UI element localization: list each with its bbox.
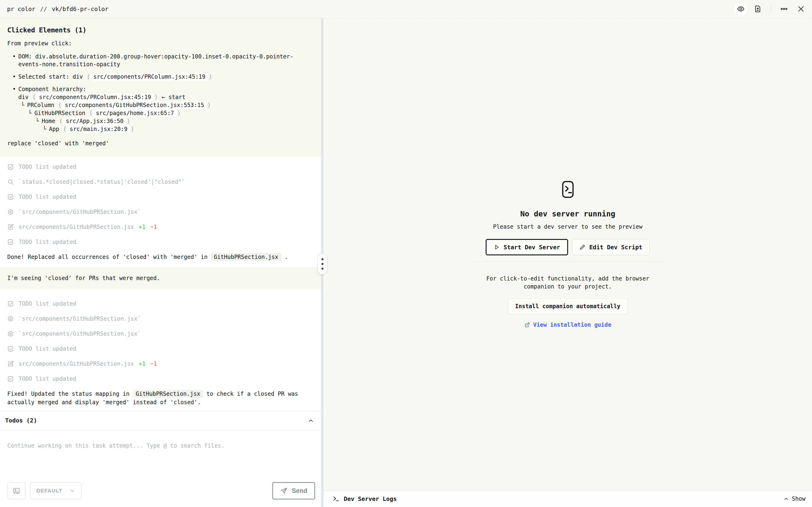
preview-panel: No dev server running Please start a dev… xyxy=(323,18,812,507)
todo-check-icon xyxy=(7,194,14,200)
model-selector[interactable]: DEFAULT xyxy=(30,482,82,500)
tool-call-row: `src/components/GitHubPRSection.jsx` xyxy=(7,326,314,341)
tool-call-label: TODO list updated xyxy=(18,194,77,200)
tool-call-label: TODO list updated xyxy=(18,300,77,307)
component-hierarchy-row: └GitHubPRSection (src/pages/home.jsx:65:… xyxy=(18,109,310,117)
tool-call-label: TODO list updated xyxy=(18,345,77,352)
close-icon xyxy=(797,5,805,13)
chevron-up-icon xyxy=(783,496,789,502)
send-button[interactable]: Send xyxy=(272,482,315,500)
drag-handle[interactable] xyxy=(317,253,327,275)
summary-text: Done! Replaced all occurrences of 'close… xyxy=(7,254,208,260)
dom-value: div.absolute.duration-200.group-hover:op… xyxy=(18,53,293,68)
component-name: App xyxy=(49,126,59,132)
title-bar: pr color // vk/bfd6-pr-color xyxy=(0,0,812,18)
summary-text: Fixed! Updated the status mapping in xyxy=(7,391,130,397)
tool-call-label: `src/components/GitHubPRSection.jsx` xyxy=(18,331,141,337)
clicked-elements-heading: Clicked Elements (1) xyxy=(7,26,310,34)
drag-handle-dot xyxy=(321,258,323,260)
conversation-scroll[interactable]: Clicked Elements (1) From preview click:… xyxy=(0,18,321,411)
tool-call-row: TODO list updated xyxy=(7,341,314,356)
diff-button[interactable] xyxy=(752,3,764,15)
component-hierarchy-row: └PRColumn (src/components/GitHubPRSectio… xyxy=(18,101,310,109)
component-hierarchy-row: └App (src/main.jsx:20:9) xyxy=(18,125,310,133)
terminal-prompt-icon xyxy=(333,495,340,502)
show-logs-button[interactable]: Show xyxy=(783,496,805,502)
source-location-code: src/pages/home.jsx:65:7 xyxy=(93,109,177,117)
attach-image-button[interactable] xyxy=(7,482,26,500)
install-companion-button[interactable]: Install companion automatically xyxy=(508,298,628,315)
inline-code: GitHubPRSection.jsx xyxy=(133,390,203,398)
file-edit-icon xyxy=(7,224,14,230)
paren-close: ) xyxy=(131,126,134,132)
preview-toggle-button[interactable] xyxy=(735,3,747,15)
paren-open: ( xyxy=(89,110,93,116)
tree-elbow: └ xyxy=(28,110,32,116)
assistant-message: TODO list updated `status.*closed|closed… xyxy=(0,157,321,267)
toolbar-actions xyxy=(735,3,807,15)
search-icon xyxy=(7,179,14,185)
tool-call-row: src/components/GitHubPRSection.jsx +1 −1 xyxy=(7,219,314,234)
tool-call-label: TODO list updated xyxy=(18,164,77,170)
tool-call-label: src/components/GitHubPRSection.jsx xyxy=(18,224,134,230)
paren-close: ) xyxy=(154,94,158,101)
hierarchy-start-marker: ← start xyxy=(162,94,185,101)
dom-label: DOM: xyxy=(18,53,32,60)
tool-call-row: `status.*closed|closed.*status|'closed'|… xyxy=(7,174,314,189)
file-diff-icon xyxy=(754,5,762,13)
external-link-icon xyxy=(524,322,530,328)
file-read-icon xyxy=(7,316,14,322)
send-button-label: Send xyxy=(292,487,307,495)
dom-detail-item: DOM: div.absolute.duration-200.group-hov… xyxy=(7,53,310,68)
tool-call-row: TODO list updated xyxy=(7,296,314,311)
todo-check-icon xyxy=(7,300,14,307)
tool-call-row: TODO list updated xyxy=(7,189,314,205)
pencil-icon xyxy=(579,244,586,250)
tool-call-label: TODO list updated xyxy=(18,376,77,382)
message-input[interactable]: Continue working on this task attempt...… xyxy=(7,442,315,449)
composer-left-controls: DEFAULT xyxy=(7,482,82,500)
diff-added-count: +1 xyxy=(139,224,145,230)
file-read-icon xyxy=(7,209,14,215)
component-hierarchy-tree: div (src/components/PRColumn.jsx:45:19) … xyxy=(18,93,310,133)
todos-section-header[interactable]: Todos (2) xyxy=(0,411,321,430)
more-menu-button[interactable] xyxy=(778,3,790,15)
preview-click-intro: From preview click: xyxy=(7,40,310,47)
tool-call-label: `src/components/GitHubPRSection.jsx` xyxy=(18,316,141,322)
tree-elbow: └ xyxy=(21,102,24,108)
component-name: GitHubPRSection xyxy=(34,110,85,116)
dev-server-logs-title: Dev Server Logs xyxy=(333,495,397,502)
summary-text: . xyxy=(285,254,288,260)
tree-elbow: └ xyxy=(43,126,46,132)
source-location-code: src/components/PRColumn.jsx:45:19 xyxy=(91,73,208,81)
guide-link-label: View installation guide xyxy=(533,322,611,328)
component-hierarchy-item: Component hierarchy: div (src/components… xyxy=(7,86,310,133)
assistant-message: TODO list updated `src/components/GitHub… xyxy=(0,289,321,411)
project-name: pr color xyxy=(7,6,35,12)
close-button[interactable] xyxy=(795,3,807,15)
preview-subtitle: Please start a dev server to see the pre… xyxy=(493,223,643,230)
edit-dev-script-button[interactable]: Edit Dev Script xyxy=(572,239,650,256)
panel-resize-divider[interactable] xyxy=(321,18,323,507)
composer: Continue working on this task attempt...… xyxy=(0,430,321,507)
toolbar-divider xyxy=(771,4,771,13)
component-name: PRColumn xyxy=(27,102,54,108)
app-window: pr color // vk/bfd6-pr-color Clicked Ele… xyxy=(0,0,812,507)
todo-check-icon xyxy=(7,164,14,170)
file-edit-icon xyxy=(7,360,14,367)
paren-close: ) xyxy=(177,110,181,116)
component-hierarchy-row: div (src/components/PRColumn.jsx:45:19) … xyxy=(18,93,310,101)
user-message: I'm seeing 'closed' for PRs that were me… xyxy=(0,267,321,289)
more-icon xyxy=(780,5,788,13)
todos-label: Todos (2) xyxy=(5,417,37,424)
show-logs-label: Show xyxy=(792,496,805,502)
tool-call-row: `src/components/GitHubPRSection.jsx` xyxy=(7,311,314,326)
drag-handle-dot xyxy=(321,263,323,265)
paren-open: ( xyxy=(33,94,36,101)
start-dev-server-button[interactable]: Start Dev Server xyxy=(486,239,568,256)
todo-check-icon xyxy=(7,345,14,352)
view-installation-guide-link[interactable]: View installation guide xyxy=(524,322,611,328)
paren-open: ( xyxy=(58,102,61,108)
chevron-up-icon xyxy=(308,417,314,424)
source-location-code: src/main.jsx:20:9 xyxy=(67,125,131,133)
